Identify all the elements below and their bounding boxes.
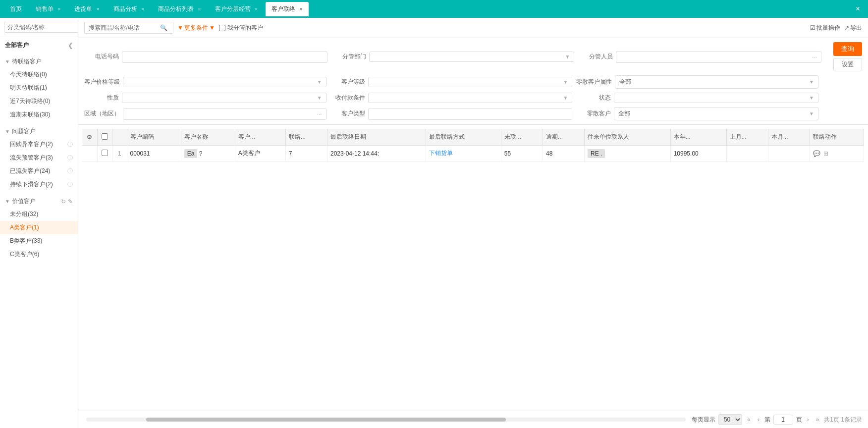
nav-product-list-close[interactable]: × [198, 6, 201, 12]
page-input[interactable] [773, 415, 793, 425]
export-label: 导出 [850, 24, 862, 32]
sidebar-item-tomorrow[interactable]: 明天待联络(1) [0, 81, 78, 95]
settings-button[interactable]: 设置 [833, 58, 862, 71]
pagination: 每页显示 50 « ‹ 第 页 › » 共1页 1条记录 [692, 414, 862, 425]
query-button[interactable]: 查询 [833, 42, 862, 56]
row-name-cell[interactable]: Ea ? [181, 146, 235, 161]
export-button[interactable]: ↗ 导出 [844, 24, 862, 32]
payment-select[interactable]: ▼ [368, 93, 573, 103]
last-method-link[interactable]: 下销货单 [429, 150, 453, 157]
customer-type-label: 客户类型 [330, 109, 365, 118]
col-settings[interactable]: ⚙ [82, 129, 97, 146]
sidebar-item-class-c[interactable]: C类客户(6) [0, 248, 78, 261]
sidebar-item-lost[interactable]: 已流失客户(24) ⓘ [0, 164, 78, 178]
sidebar-item-repurchase-anomaly[interactable]: 回购异常客户(2) ⓘ [0, 138, 78, 151]
retail-attr-select[interactable]: 全部 ▼ [615, 75, 818, 89]
sidebar-all-customers[interactable]: 全部客户 ❮ [0, 37, 78, 54]
bottom-bar: 每页显示 50 « ‹ 第 页 › » 共1页 1条记录 [78, 411, 868, 428]
sidebar-item-overdue[interactable]: 逾期未联络(30) [0, 108, 78, 121]
nature-select[interactable]: ▼ [122, 93, 326, 103]
col-code[interactable]: 客户编码 [127, 129, 181, 146]
col-overdue[interactable]: 逾期... [542, 129, 584, 146]
retail-customer-select[interactable]: 全部 ▼ [614, 107, 818, 120]
row-checkbox[interactable] [102, 150, 108, 156]
sidebar-item-ungrouped[interactable]: 未分组(32) [0, 208, 78, 221]
nav-sales-close[interactable]: × [57, 6, 60, 12]
col-category[interactable]: 客户... [235, 129, 285, 146]
filter-search-icon[interactable]: 🔍 [160, 24, 167, 31]
value-group-edit-icon[interactable]: ✎ [68, 198, 73, 205]
select-all-checkbox[interactable] [102, 133, 108, 140]
filter-search-input[interactable] [89, 24, 158, 31]
nav-product-list[interactable]: 商品分析列表 × [152, 2, 207, 16]
customer-tier-label: 客户等级 [330, 78, 365, 86]
filter-more-button[interactable]: ▼ 更多条件 ▼ [177, 24, 215, 32]
nav-product-analysis-close[interactable]: × [141, 6, 144, 12]
sidebar-group-problem-title[interactable]: ▼ 问题客户 [0, 125, 78, 138]
sidebar-item-class-a[interactable]: A类客户(1) [0, 221, 78, 234]
page-size-select[interactable]: 50 [718, 414, 742, 425]
col-this-month[interactable]: 本月... [768, 129, 810, 146]
price-tier-select[interactable]: ▼ [123, 77, 326, 87]
col-checkbox[interactable] [97, 129, 112, 146]
scrollbar-thumb [146, 418, 506, 422]
customer-type-input[interactable] [368, 108, 573, 120]
checkbox-icon: ☑ [810, 24, 815, 31]
nav-product-analysis[interactable]: 商品分析 × [108, 2, 150, 16]
nav-purchase[interactable]: 进货单 × [68, 2, 105, 16]
prev-page-button[interactable]: ‹ [756, 415, 761, 424]
col-name[interactable]: 客户名称 [181, 129, 235, 146]
horizontal-scrollbar[interactable] [86, 418, 686, 422]
col-contact[interactable]: 联络... [285, 129, 327, 146]
row-action-cell: 💬 ⊞ [810, 146, 864, 161]
batch-ops-button[interactable]: ☑ 批量操作 [810, 24, 840, 32]
payment-field: 收付款条件 ▼ [330, 93, 573, 103]
nav-home[interactable]: 首页 [4, 2, 28, 16]
value-group-refresh-icon[interactable]: ↻ [61, 198, 66, 205]
sidebar-collapse-icon[interactable]: ❮ [68, 42, 73, 49]
col-this-year[interactable]: 本年... [670, 129, 726, 146]
row-last-method-cell[interactable]: 下销货单 [426, 146, 501, 161]
my-customers-check[interactable] [219, 25, 225, 31]
nav-customer-contact[interactable]: 客户联络 × [266, 2, 308, 16]
row-code-cell[interactable]: 000031 [127, 146, 181, 161]
nav-customer-tier[interactable]: 客户分层经营 × [209, 2, 264, 16]
row-checkbox-cell[interactable] [97, 146, 112, 161]
dept-select[interactable]: ▼ [369, 52, 575, 62]
grid-icon[interactable]: ⊞ [823, 150, 828, 157]
region-dots: ··· [317, 110, 322, 117]
nav-customer-tier-close[interactable]: × [255, 6, 258, 12]
customer-tier-dropdown-icon: ▼ [563, 79, 568, 85]
nav-purchase-close[interactable]: × [96, 6, 99, 12]
nav-customer-contact-close[interactable]: × [299, 6, 302, 12]
col-last-month[interactable]: 上月... [726, 129, 768, 146]
filter-row-1: 电话号码 分管部门 ▼ 分管人员 ··· [84, 42, 862, 71]
phone-field: 电话号码 [84, 51, 327, 63]
region-select[interactable]: ··· [123, 108, 326, 120]
status-select[interactable]: ▼ [614, 93, 818, 103]
price-tier-dropdown-icon: ▼ [317, 79, 322, 85]
manager-select[interactable]: ··· [616, 51, 821, 63]
sidebar-item-declining[interactable]: 持续下滑客户(2) ⓘ [0, 178, 78, 191]
row-last-month-cell [726, 146, 768, 161]
first-page-button[interactable]: « [745, 415, 753, 424]
sidebar-item-churn-warning[interactable]: 流失预警客户(3) ⓘ [0, 151, 78, 164]
sidebar-item-week[interactable]: 近7天待联络(0) [0, 95, 78, 108]
col-unit-contact[interactable]: 往来单位联系人 [585, 129, 671, 146]
sidebar-group-value-title[interactable]: ▼ 价值客户 ↻ ✎ [0, 195, 78, 208]
next-page-button[interactable]: › [805, 415, 811, 424]
col-last-date[interactable]: 最后联络日期 [327, 129, 426, 146]
sidebar-item-class-b[interactable]: B类客户(33) [0, 234, 78, 248]
col-last-method[interactable]: 最后联络方式 [426, 129, 501, 146]
window-close-button[interactable]: × [852, 2, 864, 15]
last-page-button[interactable]: » [814, 415, 821, 424]
chat-icon[interactable]: 💬 [813, 150, 820, 157]
my-customers-checkbox[interactable]: 我分管的客户 [219, 24, 263, 32]
sidebar-item-today[interactable]: 今天待联络(0) [0, 68, 78, 81]
nav-sales[interactable]: 销售单 × [30, 2, 66, 16]
sidebar-search-input[interactable] [4, 22, 78, 33]
customer-tier-select[interactable]: ▼ [368, 77, 573, 87]
sidebar-group-pending-title[interactable]: ▼ 待联络客户 [0, 55, 78, 68]
phone-input[interactable] [122, 51, 327, 63]
col-uncontacted[interactable]: 未联... [501, 129, 542, 146]
